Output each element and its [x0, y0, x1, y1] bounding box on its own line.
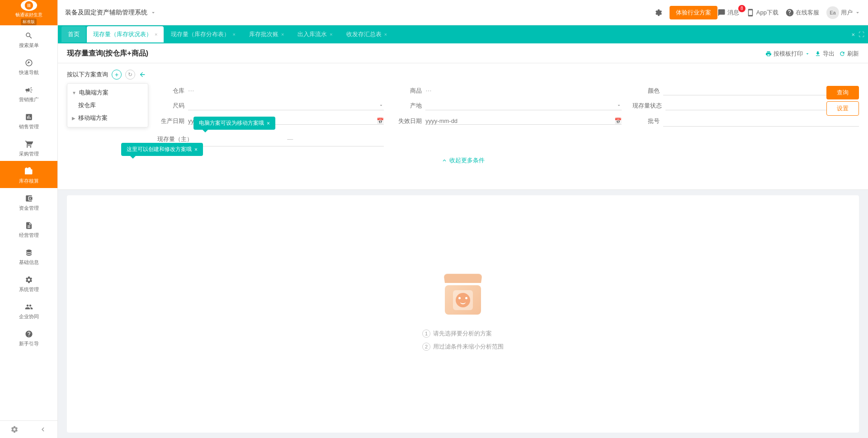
- sidebar-item-label: 快速导航: [19, 69, 39, 76]
- tab-batch-ledger-close[interactable]: ×: [281, 32, 284, 37]
- origin-select[interactable]: [425, 101, 621, 110]
- header-message[interactable]: 消息 8: [717, 9, 739, 17]
- step2-text: 用过滤条件来缩小分析范围: [433, 341, 504, 353]
- scheme-tree-mobile-label: 移动端方案: [78, 114, 108, 122]
- user-label: 用户: [841, 9, 853, 17]
- header-app-download[interactable]: App下载: [746, 9, 778, 17]
- tab-inout-flow[interactable]: 出入库流水 ×: [291, 26, 339, 42]
- filter-area: 按以下方案查询 + ↻ 电脑方案可设为移动方案哦 × 这里可以创建和修改方案哦 …: [58, 63, 868, 190]
- collapse-btn[interactable]: 收起更多条件: [441, 156, 485, 165]
- scheme-tree-warehouse[interactable]: 按仓库: [67, 99, 148, 112]
- warehouse-dots[interactable]: ···: [188, 87, 194, 95]
- sidebar-item-basic[interactable]: 基础信息: [0, 242, 57, 269]
- reset-btn[interactable]: 设置: [826, 101, 859, 116]
- tab-recv-summary-label: 收发存汇总表: [346, 30, 382, 38]
- sidebar-item-sales[interactable]: 销售管理: [0, 107, 57, 134]
- batch-no-label: 批号: [632, 117, 660, 125]
- database-icon: [24, 248, 34, 258]
- sidebar-item-label: 基础信息: [19, 259, 39, 266]
- search-btn-area: 查询 设置: [826, 86, 859, 116]
- tab-inventory-dist-label: 现存量（库存分布表）: [171, 30, 230, 38]
- tabs-bar: 首页 现存量（库存状况表） × 现存量（库存分布表） × 库存批次账 × 出入库…: [58, 25, 868, 43]
- tab-batch-ledger[interactable]: 库存批次账 ×: [243, 26, 290, 42]
- query-btn[interactable]: 查询: [826, 86, 859, 99]
- refresh-btn[interactable]: 刷新: [839, 50, 859, 58]
- expiry-date-input[interactable]: [425, 118, 614, 124]
- sidebar-item-marketing[interactable]: 营销推广: [0, 80, 57, 107]
- tab-inout-flow-close[interactable]: ×: [330, 32, 332, 37]
- template-print-btn[interactable]: 按模板打印: [765, 50, 810, 58]
- filter-inventory-status: 现存量状态: [632, 101, 859, 110]
- production-date-label: 生产日期: [157, 117, 184, 125]
- refresh-label: 刷新: [847, 50, 859, 58]
- trial-btn[interactable]: 体验行业方案: [670, 6, 717, 19]
- inventory-main-input[interactable]: [196, 134, 285, 144]
- sidebar-item-finance[interactable]: 资金管理: [0, 188, 57, 215]
- message-badge: 8: [738, 5, 745, 12]
- scheme-tree-pc[interactable]: ▼ 电脑端方案: [67, 86, 148, 99]
- shopping-icon: [24, 139, 34, 149]
- size-select[interactable]: [188, 101, 384, 110]
- filter-back-btn[interactable]: [139, 71, 146, 78]
- scheme-tree-warehouse-label: 按仓库: [78, 101, 96, 109]
- search-btn-group: 查询 设置: [826, 86, 859, 116]
- goods-dots[interactable]: ···: [425, 87, 431, 95]
- sidebar-collapse-btn[interactable]: [39, 425, 47, 433]
- sidebar-item-quick-nav[interactable]: 快速导航: [0, 52, 57, 80]
- chevron-right-icon: ▶: [72, 116, 75, 121]
- header-user[interactable]: Ea 用户: [826, 6, 861, 19]
- filter-refresh-scheme-btn[interactable]: ↻: [125, 70, 135, 80]
- empty-text: 1 请先选择要分析的方案 2 用过滤条件来缩小分析范围: [422, 326, 504, 354]
- export-btn[interactable]: 导出: [815, 50, 835, 58]
- template-print-label: 按模板打印: [774, 50, 803, 58]
- tab-inventory-status-close[interactable]: ×: [155, 32, 157, 37]
- sidebar-logo[interactable]: 畅通诶好生意 标准版: [0, 0, 57, 25]
- production-date-icon[interactable]: 📅: [377, 118, 384, 124]
- online-support-label: 在线客服: [796, 9, 819, 17]
- tab-inventory-dist[interactable]: 现存量（库存分布表） ×: [165, 26, 241, 42]
- header: 装备及固定资产辅助管理系统 体验行业方案 消息 8 App下载 在线客服: [58, 0, 868, 25]
- page-title: 现存量查询(按仓库+商品): [67, 49, 148, 58]
- sidebar-item-system[interactable]: 系统管理: [0, 269, 57, 297]
- tabs-fullscreen-btn[interactable]: ⛶: [859, 31, 864, 38]
- sidebar-item-search-menu[interactable]: 搜索菜单: [0, 25, 57, 52]
- sidebar-item-operations[interactable]: 经营管理: [0, 215, 57, 242]
- sidebar-settings-btn[interactable]: [10, 425, 19, 433]
- header-online-support[interactable]: 在线客服: [786, 9, 819, 17]
- expiry-date-icon[interactable]: 📅: [614, 118, 622, 124]
- page-actions: 按模板打印 导出 刷新: [765, 50, 859, 58]
- step1-text: 请先选择要分析的方案: [433, 328, 492, 339]
- tabs-close-all-btn[interactable]: ×: [851, 31, 855, 38]
- tab-inventory-status[interactable]: 现存量（库存状况表） ×: [87, 26, 164, 42]
- sidebar-item-label: 系统管理: [19, 286, 39, 293]
- empty-illustration: [440, 274, 486, 319]
- filter-goods: 商品 ···: [395, 87, 621, 95]
- sidebar-item-label: 新手引导: [19, 340, 39, 347]
- tab-recv-summary-close[interactable]: ×: [384, 32, 387, 37]
- tab-home[interactable]: 首页: [61, 26, 86, 42]
- scheme-tree-mobile[interactable]: ▶ 移动端方案: [67, 112, 148, 124]
- tooltip-scheme-edit-close[interactable]: ×: [194, 146, 198, 153]
- sidebar-item-guide[interactable]: 新手引导: [0, 324, 57, 351]
- user-avatar: Ea: [826, 6, 839, 19]
- chart-icon: [24, 112, 34, 122]
- header-settings-btn[interactable]: [651, 5, 666, 20]
- file-icon: [24, 221, 34, 231]
- filter-origin: 产地: [395, 101, 621, 110]
- inventory-main-input-end[interactable]: [295, 134, 384, 144]
- batch-no-input[interactable]: [663, 116, 859, 127]
- export-label: 导出: [823, 50, 835, 58]
- tab-home-label: 首页: [68, 30, 80, 38]
- sidebar: 畅通诶好生意 标准版 搜索菜单 快速导航 营销推广 销售管理: [0, 0, 58, 438]
- sidebar-item-enterprise[interactable]: 企业协同: [0, 297, 57, 324]
- tab-recv-summary[interactable]: 收发存汇总表 ×: [340, 26, 393, 42]
- team-icon: [24, 302, 34, 312]
- tab-batch-ledger-label: 库存批次账: [249, 30, 278, 38]
- step1-num: 1: [422, 330, 430, 338]
- filter-add-scheme-btn[interactable]: +: [112, 70, 122, 80]
- tab-inventory-dist-close[interactable]: ×: [232, 32, 235, 37]
- sidebar-item-purchase[interactable]: 采购管理: [0, 134, 57, 161]
- tooltip-scheme-convert-close[interactable]: ×: [267, 120, 270, 127]
- sidebar-item-inventory[interactable]: 库存核算: [0, 161, 57, 188]
- logo-badge: 标准版: [21, 19, 37, 25]
